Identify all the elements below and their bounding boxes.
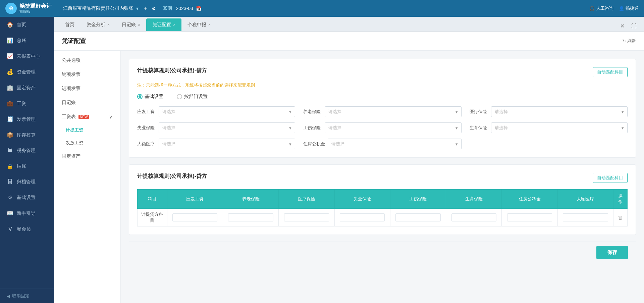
refresh-label: 刷新 — [627, 38, 636, 44]
form-item-bigmedical: 大额医疗 请选择 ▾ — [137, 139, 295, 149]
period-value: 2023-03 — [176, 6, 193, 11]
cell-maternity[interactable] — [446, 209, 502, 226]
credit-section: 自动匹配科目 计提核算规则(公司承担)-贷方 科目 应发工资 养老保险 医疗保险… — [129, 164, 636, 235]
input-salary[interactable] — [172, 213, 217, 221]
sidebar-item-guide[interactable]: 📖 新手引导 — [0, 205, 54, 221]
input-housing[interactable] — [507, 213, 552, 221]
company-selector[interactable]: 江西服宝精品有限责任公司内账张 ▾ + ⚙ 账期 2023-03 📅 — [63, 5, 585, 12]
close-period-icon: 🔒 — [7, 163, 13, 169]
sidebar-item-archive[interactable]: 🗄 归档管理 — [0, 174, 54, 190]
sidebar-item-home[interactable]: 🏠 首页 — [0, 17, 54, 33]
company-dropdown-arrow[interactable]: ▾ — [136, 6, 139, 11]
form-select-bigmedical[interactable]: 请选择 ▾ — [159, 139, 295, 149]
add-book-btn[interactable]: + — [144, 5, 148, 12]
cell-bigmedical[interactable] — [557, 209, 613, 226]
left-nav-sales-label: 销项发票 — [62, 71, 80, 78]
col-bigmedical: 大额医疗 — [557, 190, 613, 209]
headset-icon: 🎧 — [589, 6, 595, 11]
left-nav-payroll-calc[interactable]: 计提工资 — [54, 124, 120, 137]
form-label-salary: 应发工资 — [137, 109, 156, 115]
sidebar-item-inventory[interactable]: 📦 库存核算 — [0, 127, 54, 143]
cell-pension[interactable] — [223, 209, 278, 226]
tab-voucher[interactable]: 凭证配置 × — [146, 18, 181, 31]
radio-basic[interactable]: 基础设置 — [137, 94, 163, 100]
tab-finance-close[interactable]: × — [107, 22, 110, 27]
radio-dept[interactable]: 按部门设置 — [177, 94, 208, 100]
tab-tax[interactable]: 个税申报 × — [181, 18, 217, 31]
form-item-maternity: 生育保险 请选择 ▾ — [470, 122, 628, 133]
left-nav-payroll-table[interactable]: 工资表 NEW ∨ — [54, 110, 120, 124]
col-subject: 科目 — [138, 190, 167, 209]
sidebar-item-fund[interactable]: 💰 资金管理 — [0, 64, 54, 80]
sidebar-item-ledger[interactable]: 📊 总账 — [0, 33, 54, 48]
tab-journal[interactable]: 日记账 × — [116, 18, 146, 31]
credit-auto-match-btn[interactable]: 自动匹配科目 — [593, 173, 628, 183]
input-maternity[interactable] — [451, 213, 496, 221]
credit-section-title: 计提核算规则(公司承担)-贷方 — [137, 173, 628, 180]
select-arrow-icon: ▾ — [289, 142, 291, 147]
left-nav-purchase[interactable]: 进项发票 — [54, 82, 120, 96]
sidebar-item-tax[interactable]: 🏛 税务管理 — [0, 143, 54, 158]
left-nav-sales[interactable]: 销项发票 — [54, 67, 120, 82]
left-nav-fixed-asset-label: 固定资产 — [62, 153, 80, 159]
form-select-housing[interactable]: 请选择 ▾ — [328, 139, 461, 149]
input-pension[interactable] — [228, 213, 273, 221]
refresh-btn[interactable]: ↻ 刷新 — [622, 38, 636, 44]
settings-icon[interactable]: ⚙ — [152, 6, 156, 11]
sidebar-item-asset[interactable]: 🏢 固定资产 — [0, 80, 54, 96]
input-medical[interactable] — [284, 213, 329, 221]
cell-housing[interactable] — [502, 209, 557, 226]
cell-salary[interactable] — [167, 209, 223, 226]
delete-row-btn[interactable]: 🗑 — [618, 215, 623, 220]
cell-medical[interactable] — [279, 209, 334, 226]
cell-unemployment[interactable] — [334, 209, 390, 226]
form-select-unemployment[interactable]: 请选择 ▾ — [159, 122, 295, 133]
form-select-pension[interactable]: 请选择 ▾ — [325, 106, 461, 117]
sidebar-item-vip[interactable]: Ⅴ 畅会员 — [0, 221, 54, 237]
close-window-btn[interactable]: ✕ — [618, 22, 627, 30]
debit-section-title: 计提核算规则(公司承担)-借方 — [137, 67, 628, 74]
user-avatar[interactable]: 👤 畅捷通 — [619, 5, 639, 11]
form-select-medical[interactable]: 请选择 ▾ — [491, 106, 628, 117]
form-label-unemployment: 失业保险 — [137, 125, 156, 131]
calendar-icon[interactable]: 📅 — [196, 6, 202, 11]
debit-auto-match-btn[interactable]: 自动匹配科目 — [593, 67, 628, 77]
tab-finance[interactable]: 资金分析 × — [80, 18, 116, 31]
period-label: 账期 — [163, 5, 172, 11]
sidebar-item-close[interactable]: 🔒 结账 — [0, 158, 54, 174]
cell-workinjury[interactable] — [390, 209, 446, 226]
sidebar-item-invoice[interactable]: 🧾 发票管理 — [0, 111, 54, 127]
form-select-salary[interactable]: 请选择 ▾ — [159, 106, 295, 117]
left-nav-public[interactable]: 公共选项 — [54, 53, 120, 67]
top-bar: 会 畅捷通好会计 旗舰版 江西服宝精品有限责任公司内账张 ▾ + ⚙ 账期 20… — [0, 0, 644, 17]
form-select-workinjury[interactable]: 请选择 ▾ — [325, 122, 461, 133]
consult-btn[interactable]: 🎧 人工咨询 — [589, 5, 613, 11]
tab-home[interactable]: 首页 — [59, 18, 80, 31]
sidebar-item-settings[interactable]: ⚙ 基础设置 — [0, 190, 54, 205]
refresh-icon: ↻ — [622, 39, 626, 44]
expand-window-btn[interactable]: ⛶ — [629, 22, 639, 30]
main-layout: 🏠 首页 📊 总账 📈 云报表中心 💰 资金管理 🏢 固定资产 💼 工资 🧾 发… — [0, 17, 644, 303]
tab-voucher-close[interactable]: × — [173, 22, 175, 27]
sidebar-item-label: 结账 — [17, 163, 26, 169]
input-unemployment[interactable] — [340, 213, 385, 221]
tab-journal-close[interactable]: × — [138, 22, 140, 27]
home-icon: 🏠 — [7, 21, 13, 28]
form-select-maternity[interactable]: 请选择 ▾ — [491, 122, 628, 133]
left-nav-fixed-asset[interactable]: 固定资产 — [54, 149, 120, 163]
inventory-icon: 📦 — [7, 132, 13, 138]
left-nav-payroll-issue[interactable]: 发放工资 — [54, 137, 120, 149]
sidebar-item-label: 工资 — [17, 101, 26, 107]
save-btn[interactable]: 保存 — [596, 246, 628, 259]
tab-tax-close[interactable]: × — [208, 22, 211, 27]
left-nav-journal[interactable]: 日记账 — [54, 96, 120, 110]
input-bigmedical[interactable] — [563, 213, 608, 221]
unpin-label: 取消固定 — [12, 293, 30, 299]
radio-basic-circle — [137, 94, 143, 99]
left-nav-purchase-label: 进项发票 — [62, 86, 80, 92]
content-area: 首页 资金分析 × 日记账 × 凭证配置 × 个税申报 × ✕ ⛶ — [54, 17, 644, 303]
sidebar-item-report[interactable]: 📈 云报表中心 — [0, 48, 54, 64]
sidebar-item-payroll[interactable]: 💼 工资 — [0, 96, 54, 111]
unpin-btn[interactable]: ◀ 取消固定 — [0, 289, 54, 303]
input-workinjury[interactable] — [395, 213, 440, 221]
